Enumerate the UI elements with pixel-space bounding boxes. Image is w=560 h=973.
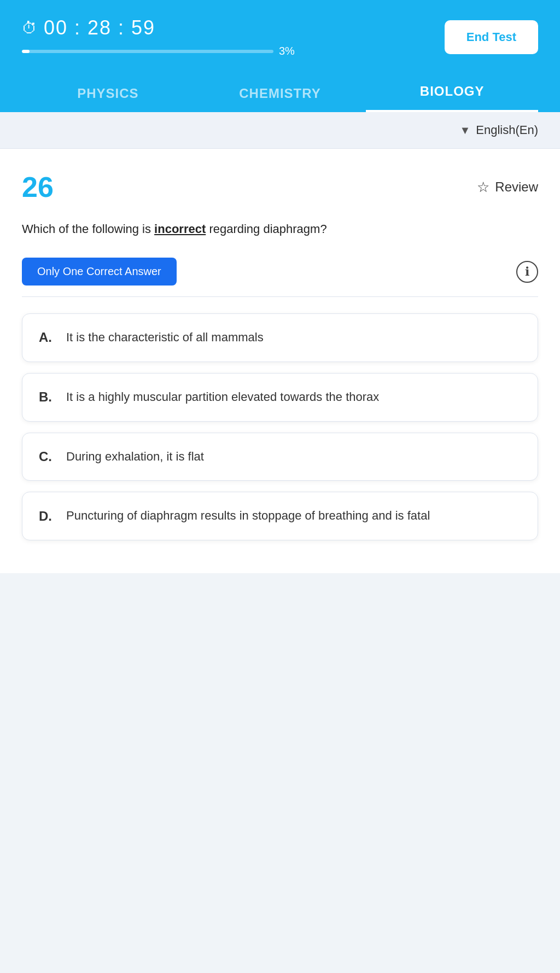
question-header: 26 ☆ Review <box>22 171 538 203</box>
info-icon[interactable]: ℹ <box>516 261 538 283</box>
answer-type-row: Only One Correct Answer ℹ <box>22 258 538 286</box>
header: ⏱ 00 : 28 : 59 3% End Test PHYSICS CHEMI… <box>0 0 560 112</box>
language-bar: ▼ English(En) <box>0 112 560 149</box>
progress-percent: 3% <box>279 45 295 57</box>
question-number: 26 <box>22 171 54 203</box>
star-icon: ☆ <box>477 179 489 196</box>
end-test-button[interactable]: End Test <box>445 20 538 54</box>
language-selector[interactable]: ▼ English(En) <box>459 123 538 137</box>
option-a-text: It is the characteristic of all mammals <box>66 329 264 346</box>
question-text-prefix: Which of the following is <box>22 222 154 236</box>
option-d-text: Puncturing of diaphragm results in stopp… <box>66 508 430 525</box>
option-c-text: During exhalation, it is flat <box>66 448 204 465</box>
option-c[interactable]: C. During exhalation, it is flat <box>22 433 538 481</box>
chevron-down-icon: ▼ <box>459 124 470 137</box>
main-content: 26 ☆ Review Which of the following is in… <box>0 149 560 573</box>
divider <box>22 296 538 297</box>
option-a-letter: A. <box>39 330 66 345</box>
tab-biology[interactable]: BIOLOGY <box>366 74 538 112</box>
question-text: Which of the following is incorrect rega… <box>22 220 538 238</box>
timer-section: ⏱ 00 : 28 : 59 3% <box>22 16 295 57</box>
option-b-letter: B. <box>39 389 66 405</box>
progress-row: 3% <box>22 45 295 57</box>
tab-physics[interactable]: PHYSICS <box>22 76 194 112</box>
option-d[interactable]: D. Puncturing of diaphragm results in st… <box>22 492 538 540</box>
option-d-letter: D. <box>39 509 66 524</box>
progress-bar-fill <box>22 50 30 53</box>
question-text-suffix: regarding diaphragm? <box>206 222 326 236</box>
timer-icon: ⏱ <box>22 19 37 37</box>
timer-display: 00 : 28 : 59 <box>44 16 155 39</box>
option-b[interactable]: B. It is a highly muscular partition ele… <box>22 373 538 422</box>
timer-row: ⏱ 00 : 28 : 59 <box>22 16 295 39</box>
language-label: English(En) <box>476 123 538 137</box>
tab-chemistry[interactable]: CHEMISTRY <box>194 76 366 112</box>
header-top: ⏱ 00 : 28 : 59 3% End Test <box>22 0 538 68</box>
review-button[interactable]: ☆ Review <box>477 179 538 196</box>
option-a[interactable]: A. It is the characteristic of all mamma… <box>22 313 538 362</box>
progress-bar-bg <box>22 50 273 53</box>
subject-tabs: PHYSICS CHEMISTRY BIOLOGY <box>22 68 538 112</box>
review-label: Review <box>495 179 538 195</box>
option-b-text: It is a highly muscular partition elevat… <box>66 389 379 406</box>
answer-type-badge[interactable]: Only One Correct Answer <box>22 258 177 286</box>
question-text-bold: incorrect <box>154 222 206 236</box>
options-list: A. It is the characteristic of all mamma… <box>22 313 538 540</box>
option-c-letter: C. <box>39 449 66 464</box>
